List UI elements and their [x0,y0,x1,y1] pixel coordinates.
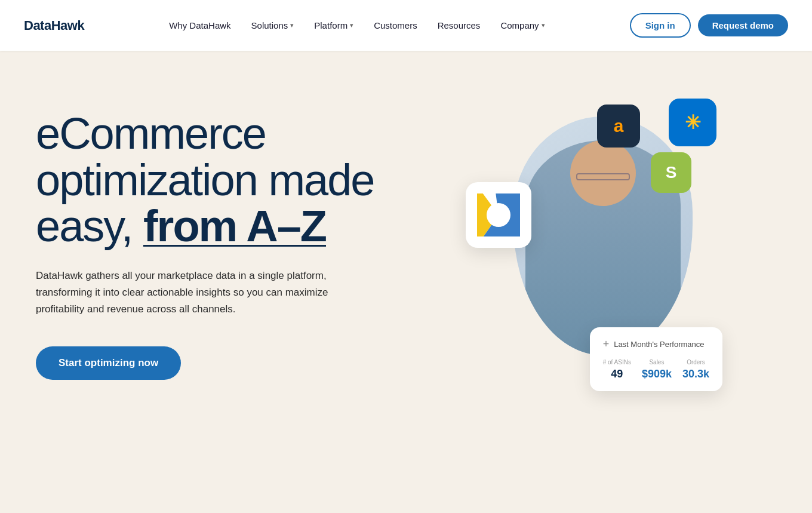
chevron-down-icon: ▾ [350,21,353,29]
walmart-icon: ✳ [669,99,716,146]
perf-stats-row: # of ASINs 49 Sales $909k Orders 30.3k [603,359,709,380]
shopify-icon: S [651,152,691,193]
nav-actions: Sign in Request demo [630,13,788,38]
pie-chart-card [466,182,531,248]
nav-links: Why DataHawk Solutions ▾ Platform ▾ Cust… [161,16,553,35]
plus-icon: + [603,338,610,351]
logo[interactable]: DataHawk [24,18,84,33]
nav-resources[interactable]: Resources [429,16,489,35]
nav-company[interactable]: Company ▾ [492,16,553,35]
perf-card-header: + Last Month's Performance [603,338,709,351]
chevron-down-icon: ▾ [290,21,294,29]
stat-asins: # of ASINs 49 [603,359,631,380]
nav-platform[interactable]: Platform ▾ [306,16,362,35]
brand-name: DataHawk [24,18,84,33]
perf-card-title: Last Month's Performance [614,340,704,349]
nav-customers[interactable]: Customers [365,16,426,35]
hero-content: eCommerce optimization made easy, from A… [36,99,406,380]
hero-subtext: DataHawk gathers all your marketplace da… [36,268,358,318]
nav-why-datahawk[interactable]: Why DataHawk [161,16,239,35]
stat-sales: Sales $909k [642,359,672,380]
cta-button[interactable]: Start optimizing now [36,346,181,380]
amazon-icon: a [597,105,640,148]
performance-card: + Last Month's Performance # of ASINs 49… [590,327,722,391]
stat-orders: Orders 30.3k [682,359,709,380]
svg-point-2 [487,203,510,227]
hero-heading: eCommerce optimization made easy, from A… [36,110,406,250]
signin-button[interactable]: Sign in [630,13,691,38]
nav-solutions[interactable]: Solutions ▾ [243,16,303,35]
hero-section: eCommerce optimization made easy, from A… [0,51,812,513]
navbar: DataHawk Why DataHawk Solutions ▾ Platfo… [0,0,812,51]
pie-chart [477,193,520,236]
request-demo-button[interactable]: Request demo [698,14,788,36]
hero-visual: a ✳ S [406,99,776,409]
chevron-down-icon: ▾ [542,21,545,29]
